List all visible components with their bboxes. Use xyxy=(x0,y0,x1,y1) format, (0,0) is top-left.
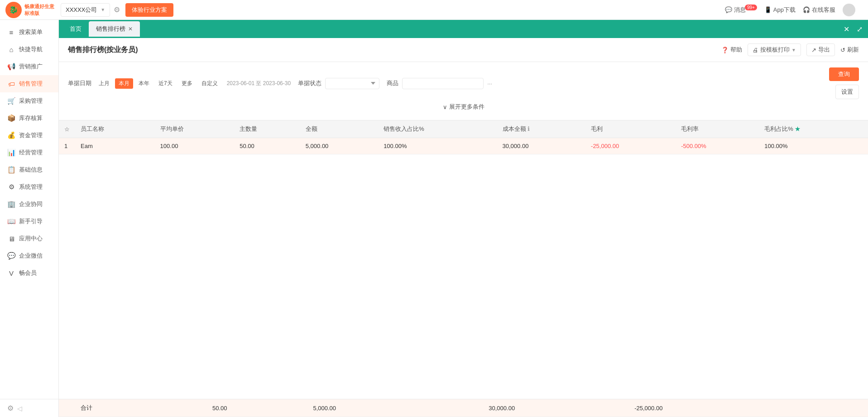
filter-area: 单据日期 上月本月本年近7天更多自定义 2023-06-01 至 2023-06… xyxy=(59,62,868,120)
date-tab-本月[interactable]: 本月 xyxy=(115,78,133,89)
tab-close-icon[interactable]: ✕ xyxy=(128,26,133,32)
tab-bar-right: ✕ ⤢ xyxy=(842,23,864,35)
date-tab-上月[interactable]: 上月 xyxy=(95,78,113,89)
message-icon: 💬 xyxy=(725,6,732,13)
sidebar-item-inventory[interactable]: 📦库存核算 xyxy=(0,110,58,127)
data-table: ☆员工名称平均单价主数量全额销售收入占比%成本全额 ℹ毛利毛利率毛利占比% ★ … xyxy=(59,120,868,154)
quick-nav-icon: ⌂ xyxy=(7,45,15,53)
filter-row-1: 单据日期 上月本月本年近7天更多自定义 2023-06-01 至 2023-06… xyxy=(68,67,859,99)
tab-bar: 首页销售排行榜✕ ✕ ⤢ xyxy=(59,20,868,38)
online-service-button[interactable]: 🎧 在线客服 xyxy=(803,6,835,14)
export-button[interactable]: ↗ 导出 xyxy=(806,43,835,56)
more-options-icon[interactable]: ··· xyxy=(487,80,492,87)
expand-icon[interactable]: ⤢ xyxy=(855,23,864,35)
phone-icon: 📱 xyxy=(764,6,772,13)
sidebar-item-system[interactable]: ⚙系统管理 xyxy=(0,178,58,196)
footer-gross-profit: -25,000.00 xyxy=(629,399,782,417)
sort-star-icon[interactable]: ★ xyxy=(795,125,801,132)
sidebar-item-operations[interactable]: 📊经营管理 xyxy=(0,144,58,161)
sidebar-item-basics[interactable]: 📋基础信息 xyxy=(0,161,58,178)
th-qty: 主数量 xyxy=(234,120,300,138)
sidebar-item-enterprise[interactable]: 🏢企业协同 xyxy=(0,196,58,213)
marketing-icon: 📢 xyxy=(7,62,15,71)
apps-icon: 🖥 xyxy=(7,235,15,243)
sidebar-item-sales[interactable]: 🏷销售管理 xyxy=(0,75,58,92)
finance-icon: 💰 xyxy=(7,131,15,139)
table-header: ☆员工名称平均单价主数量全额销售收入占比%成本全额 ℹ毛利毛利率毛利占比% ★ xyxy=(59,120,868,138)
chevron-down-icon: ▼ xyxy=(101,7,105,12)
sidebar-item-search[interactable]: ≡搜索菜单 xyxy=(0,24,58,41)
trial-button[interactable]: 体验行业方案 xyxy=(125,3,173,17)
table-row: 1Eam100.0050.005,000.00100.00%30,000.00-… xyxy=(59,138,868,154)
sidebar-item-guide[interactable]: 📖新手引导 xyxy=(0,213,58,230)
logo-icon: 🐉 xyxy=(5,2,22,18)
template-print-button[interactable]: 🖨 按模板打印 ▼ xyxy=(748,43,801,56)
th-name: 员工名称 xyxy=(75,120,155,138)
sidebar-item-quick-nav[interactable]: ⌂快捷导航 xyxy=(0,41,58,58)
settings-button[interactable]: 设置 xyxy=(835,85,859,99)
expand-button[interactable]: ∨ 展开更多条件 xyxy=(443,103,484,111)
company-selector[interactable]: XXXXX公司 ▼ xyxy=(61,3,110,17)
avatar[interactable] xyxy=(843,4,855,16)
guide-icon: 📖 xyxy=(7,217,15,225)
print-icon: 🖨 xyxy=(753,47,758,53)
sidebar-item-member[interactable]: V畅会员 xyxy=(0,264,58,282)
sidebar-item-finance[interactable]: 💰资金管理 xyxy=(0,127,58,144)
logo: 🐉 畅康通好生意 标准版 xyxy=(5,2,59,18)
goods-input[interactable] xyxy=(402,78,484,89)
sidebar: ≡搜索菜单⌂快捷导航📢营销推广🏷销售管理🛒采购管理📦库存核算💰资金管理📊经营管理… xyxy=(0,20,59,417)
date-tabs: 上月本月本年近7天更多自定义 xyxy=(95,78,221,89)
th-grossProfit: 毛利 xyxy=(585,120,676,138)
footer-cost: 30,000.00 xyxy=(483,399,629,417)
tab-sales-rank[interactable]: 销售排行榜✕ xyxy=(89,21,140,37)
sidebar-collapse-icon[interactable]: ◁ xyxy=(17,405,22,412)
query-button[interactable]: 查询 xyxy=(829,67,859,81)
th-avgPrice: 平均单价 xyxy=(155,120,235,138)
app-download-button[interactable]: 📱 App下载 xyxy=(764,6,796,14)
wechat-icon: 💬 xyxy=(7,252,15,260)
info-icon[interactable]: ℹ xyxy=(528,125,530,132)
date-tab-自定义[interactable]: 自定义 xyxy=(198,78,221,89)
sidebar-settings-icon[interactable]: ⚙ xyxy=(7,404,14,412)
date-tab-本年[interactable]: 本年 xyxy=(135,78,153,89)
goods-label: 商品 xyxy=(387,79,398,87)
footer-label: 合计 xyxy=(75,399,164,417)
refresh-icon: ↺ xyxy=(840,47,845,53)
table-scroll[interactable]: ☆员工名称平均单价主数量全额销售收入占比%成本全额 ℹ毛利毛利率毛利占比% ★ … xyxy=(59,120,868,399)
sidebar-item-purchase[interactable]: 🛒采购管理 xyxy=(0,92,58,110)
footer-qty: 50.00 xyxy=(207,399,307,417)
sidebar-item-apps[interactable]: 🖥应用中心 xyxy=(0,230,58,247)
content-area: 首页销售排行榜✕ ✕ ⤢ 销售排行榜(按业务员) ❓ 帮助 🖨 按模板打印 xyxy=(59,20,868,417)
messages-button[interactable]: 💬 消息 99+ xyxy=(725,6,757,14)
chevron-down-icon: ∨ xyxy=(443,104,447,110)
table-area: ☆员工名称平均单价主数量全额销售收入占比%成本全额 ℹ毛利毛利率毛利占比% ★ … xyxy=(59,120,868,417)
top-bar-right: 💬 消息 99+ 📱 App下载 🎧 在线客服 xyxy=(725,4,863,16)
date-tab-更多[interactable]: 更多 xyxy=(178,78,196,89)
refresh-button[interactable]: ↺ 刷新 xyxy=(840,46,859,54)
status-select[interactable] xyxy=(325,78,379,89)
system-icon: ⚙ xyxy=(7,183,15,191)
date-filter: 单据日期 上月本月本年近7天更多自定义 2023-06-01 至 2023-06… xyxy=(68,78,291,89)
inventory-icon: 📦 xyxy=(7,114,15,122)
sidebar-item-wechat[interactable]: 💬企业微信 xyxy=(0,247,58,264)
member-icon: V xyxy=(7,269,15,277)
sales-icon: 🏷 xyxy=(7,80,15,88)
th-amount: 全额 xyxy=(300,120,378,138)
sidebar-footer: ⚙ ◁ xyxy=(0,399,58,417)
close-window-icon[interactable]: ✕ xyxy=(842,23,851,35)
table-body: 1Eam100.0050.005,000.00100.00%30,000.00-… xyxy=(59,138,868,154)
help-button[interactable]: ❓ 帮助 xyxy=(721,46,742,54)
sidebar-item-marketing[interactable]: 📢营销推广 xyxy=(0,58,58,75)
basics-icon: 📋 xyxy=(7,166,15,174)
table-footer: 合计 50.00 5,000.00 30,000.00 -25,000.00 xyxy=(59,399,868,417)
settings-icon[interactable]: ⚙ xyxy=(114,5,120,14)
date-label: 单据日期 xyxy=(68,79,91,87)
page-title: 销售排行榜(按业务员) xyxy=(68,45,138,55)
purchase-icon: 🛒 xyxy=(7,97,15,105)
date-tab-近7天[interactable]: 近7天 xyxy=(155,78,176,89)
date-range: 2023-06-01 至 2023-06-30 xyxy=(227,80,291,87)
th-costAmount: 成本全额 ℹ xyxy=(497,120,586,138)
footer-amount: 5,000.00 xyxy=(307,399,440,417)
tab-home[interactable]: 首页 xyxy=(62,21,89,37)
export-icon: ↗ xyxy=(811,47,816,53)
